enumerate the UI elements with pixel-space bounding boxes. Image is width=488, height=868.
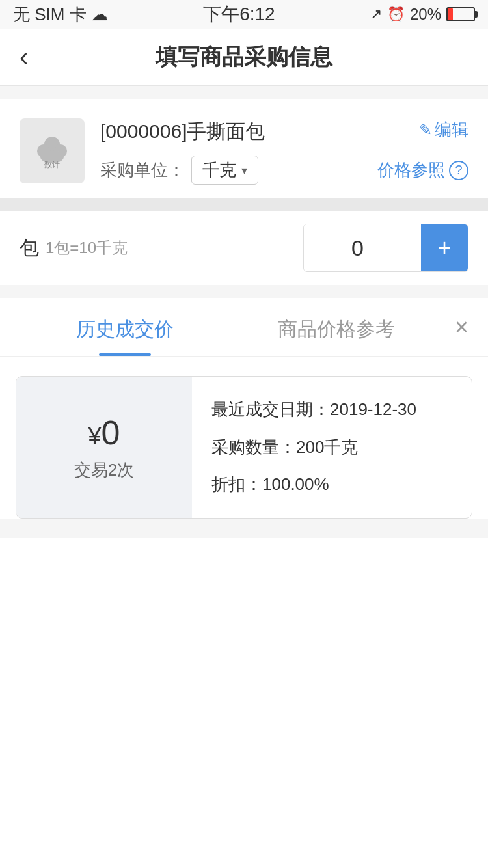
section-divider — [0, 198, 488, 211]
quantity-row: 包 1包=10千克 + — [0, 211, 488, 285]
tab-history-price[interactable]: 历史成交价 — [20, 298, 230, 356]
plus-icon: + — [437, 234, 451, 262]
product-name: [0000006]手撕面包 — [100, 118, 265, 145]
alarm-icon: ⏰ — [387, 6, 405, 23]
close-icon: × — [455, 314, 468, 340]
status-right: ↗ ⏰ 20% — [370, 5, 475, 23]
quantity-input[interactable] — [304, 224, 421, 271]
unit-left: 采购单位： 千克 ▾ — [100, 156, 258, 185]
history-trade-count: 交易2次 — [74, 459, 134, 481]
recent-date-row: 最近成交日期：2019-12-30 — [211, 396, 452, 424]
product-section: 数计 [0000006]手撕面包 ✎ 编辑 采购单位： 千克 ▾ 价格参照 ? — [0, 99, 488, 198]
product-thumbnail: 数计 — [20, 118, 85, 183]
price-ref-label: 价格参照 — [377, 159, 445, 182]
recent-date-label: 最近成交日期： — [211, 400, 330, 419]
history-price-value: 0 — [102, 414, 120, 452]
product-unit-row: 采购单位： 千克 ▾ 价格参照 ? — [100, 156, 468, 185]
unit-dropdown-arrow: ▾ — [241, 163, 247, 178]
back-button[interactable]: ‹ — [20, 42, 28, 72]
history-card-right: 最近成交日期：2019-12-30 采购数量：200千克 折扣：100.00% — [192, 377, 472, 518]
svg-text:数计: 数计 — [44, 160, 60, 169]
battery-percent: 20% — [410, 5, 441, 23]
history-price-display: ¥0 — [88, 413, 120, 452]
nav-bar: ‹ 填写商品采购信息 — [0, 29, 488, 86]
purchase-quantity-value: 200千克 — [296, 437, 358, 457]
edit-icon: ✎ — [419, 121, 432, 139]
battery-fill — [448, 8, 453, 20]
tab-history-label: 历史成交价 — [76, 318, 174, 340]
back-icon: ‹ — [20, 42, 28, 72]
product-header: [0000006]手撕面包 ✎ 编辑 — [100, 118, 468, 145]
discount-row: 折扣：100.00% — [211, 471, 452, 498]
currency-symbol: ¥ — [88, 423, 102, 450]
unit-select[interactable]: 千克 ▾ — [191, 156, 258, 185]
page-title: 填写商品采购信息 — [156, 42, 332, 72]
quantity-plus-button[interactable]: + — [421, 224, 468, 271]
bottom-area — [0, 538, 488, 868]
tab-product-price-ref[interactable]: 商品价格参考 — [230, 298, 441, 356]
history-card-left: ¥0 交易2次 — [16, 377, 192, 518]
status-bar: 无 SIM 卡 ☁ 下午6:12 ↗ ⏰ 20% — [0, 0, 488, 29]
discount-value: 100.00% — [262, 474, 329, 494]
quantity-conversion: 1包=10千克 — [46, 237, 128, 258]
unit-label: 采购单位： — [100, 159, 185, 182]
quantity-unit: 包 — [20, 235, 39, 262]
discount-label: 折扣： — [211, 474, 262, 494]
battery-icon — [446, 7, 475, 21]
tabs-section: 历史成交价 商品价格参考 × ¥0 交易2次 最近成交日期：2019-12-30… — [0, 298, 488, 519]
location-icon: ↗ — [370, 6, 382, 23]
purchase-quantity-label: 采购数量： — [211, 437, 296, 457]
help-text: ? — [455, 163, 462, 178]
product-info: [0000006]手撕面包 ✎ 编辑 采购单位： 千克 ▾ 价格参照 ? — [100, 118, 468, 185]
tabs-header: 历史成交价 商品价格参考 × — [0, 298, 488, 357]
purchase-quantity-row: 采购数量：200千克 — [211, 434, 452, 461]
tab-price-ref-label: 商品价格参考 — [278, 318, 395, 340]
quantity-input-area: + — [303, 224, 468, 272]
unit-value: 千克 — [202, 159, 236, 182]
status-left: 无 SIM 卡 ☁ — [13, 3, 108, 26]
quantity-label: 包 1包=10千克 — [20, 235, 128, 262]
edit-label: 编辑 — [435, 118, 468, 141]
edit-button[interactable]: ✎ 编辑 — [419, 118, 468, 141]
price-reference-button[interactable]: 价格参照 ? — [377, 159, 468, 182]
recent-date-value: 2019-12-30 — [330, 400, 416, 419]
price-ref-help-icon: ? — [449, 161, 468, 180]
tabs-close-button[interactable]: × — [442, 301, 468, 354]
sim-label: 无 SIM 卡 ☁ — [13, 3, 108, 26]
history-card: ¥0 交易2次 最近成交日期：2019-12-30 采购数量：200千克 折扣：… — [16, 376, 472, 519]
status-time: 下午6:12 — [203, 2, 275, 27]
